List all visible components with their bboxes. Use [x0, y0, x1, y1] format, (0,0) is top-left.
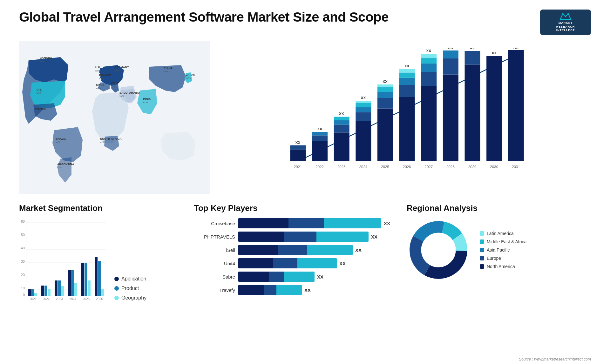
player-name: Travefy [194, 287, 235, 293]
bottom-grid: Market Segmentation 60 50 40 30 20 10 0 [19, 200, 591, 301]
svg-text:2023: 2023 [56, 297, 63, 301]
players-section: Top Key Players Cruisebase XX [194, 203, 397, 301]
reg-label-mea: Middle East & Africa [487, 239, 526, 244]
svg-text:xx%: xx% [114, 69, 119, 72]
page-container: Global Travel Arrangement Software Marke… [0, 0, 610, 364]
segmentation-chart-svg: 60 50 40 30 20 10 0 [19, 218, 108, 301]
player-bar-container: XX [238, 258, 397, 268]
svg-rect-56 [377, 109, 393, 161]
svg-text:XX: XX [295, 141, 301, 145]
svg-text:30: 30 [21, 260, 25, 263]
svg-rect-111 [41, 286, 44, 296]
svg-rect-82 [465, 64, 480, 161]
svg-marker-0 [560, 13, 571, 19]
svg-rect-51 [356, 107, 371, 112]
legend-item-product: Product [114, 286, 146, 291]
player-bar-seg2 [269, 272, 284, 282]
svg-text:xx%: xx% [143, 101, 148, 104]
player-bar-seg3 [316, 232, 369, 242]
svg-rect-73 [421, 58, 437, 64]
growth-chart-inner: XX 2021 XX 2022 XX 2023 [222, 48, 585, 178]
player-bar-seg2 [278, 245, 307, 255]
player-bar-seg3 [297, 258, 337, 268]
regional-legend: Latin America Middle East & Africa Asia … [480, 231, 526, 269]
svg-text:2029: 2029 [468, 165, 477, 169]
player-bar-seg1 [238, 232, 284, 242]
player-bar [238, 232, 369, 242]
regional-section: Regional Analysis [407, 203, 610, 301]
svg-text:10: 10 [21, 286, 25, 290]
player-bar-seg2 [264, 285, 276, 295]
svg-rect-86 [486, 56, 502, 161]
page-title: Global Travel Arrangement Software Marke… [19, 10, 389, 25]
world-map-svg: CANADA xx% U.S. xx% MEXICO xx% BRAZIL xx… [19, 41, 210, 194]
reg-dot-north-america [480, 264, 484, 269]
svg-text:2027: 2027 [424, 165, 433, 169]
svg-point-136 [423, 234, 454, 266]
legend-item-application: Application [114, 276, 146, 282]
players-list: Cruisebase XX PHPTRAVELS [194, 218, 397, 295]
svg-rect-70 [421, 86, 437, 161]
player-bar-seg3 [276, 285, 302, 295]
svg-text:SOUTH AFRICA: SOUTH AFRICA [100, 137, 122, 140]
table-row: Cruisebase XX [194, 218, 397, 228]
logo-box: MARKET RESEARCH INTELLECT [540, 10, 591, 35]
svg-rect-74 [421, 54, 437, 58]
donut-area: Latin America Middle East & Africa Asia … [407, 218, 610, 282]
reg-dot-mea [480, 239, 484, 244]
player-name: PHPTRAVELS [194, 234, 235, 239]
logo-text: MARKET RESEARCH INTELLECT [556, 21, 575, 32]
svg-text:XX: XX [491, 51, 497, 55]
svg-rect-46 [334, 117, 349, 120]
svg-rect-113 [48, 289, 51, 296]
svg-rect-58 [377, 92, 393, 98]
player-name: iSell [194, 247, 235, 253]
svg-text:xx%: xx% [40, 60, 44, 63]
player-value: XX [384, 221, 390, 226]
player-name: Cruisebase [194, 221, 235, 226]
svg-rect-112 [44, 286, 47, 296]
svg-text:xx%: xx% [96, 87, 101, 90]
svg-text:2031: 2031 [512, 165, 520, 169]
legend-item-geography: Geography [114, 295, 146, 301]
logo-icon [559, 12, 572, 20]
svg-text:2022: 2022 [43, 297, 50, 301]
reg-dot-latin-america [480, 231, 484, 236]
player-bar-seg2 [284, 232, 317, 242]
source-text: Source : www.marketresearchintellect.com [519, 357, 591, 361]
svg-rect-121 [74, 283, 77, 296]
svg-rect-45 [334, 120, 349, 125]
table-row: PHPTRAVELS XX [194, 232, 397, 242]
svg-rect-71 [421, 72, 437, 86]
svg-rect-108 [31, 289, 34, 296]
svg-text:xx%: xx% [35, 111, 40, 113]
svg-text:BRAZIL: BRAZIL [56, 137, 66, 140]
svg-rect-64 [399, 85, 415, 97]
svg-text:ARGENTINA: ARGENTINA [57, 163, 74, 166]
segmentation-chart-area: 60 50 40 30 20 10 0 [19, 218, 184, 301]
legend-dot-geography [114, 296, 119, 300]
svg-rect-129 [101, 289, 104, 296]
svg-text:XX: XX [448, 48, 453, 50]
svg-text:2023: 2023 [337, 165, 346, 169]
list-item: North America [480, 264, 526, 269]
svg-text:CHINA: CHINA [164, 67, 173, 70]
donut-chart-svg [407, 218, 470, 282]
svg-rect-89 [508, 50, 524, 161]
reg-label-north-america: North America [487, 264, 515, 269]
svg-text:XX: XX [339, 112, 344, 116]
list-item: Europe [480, 256, 526, 261]
svg-text:xx%: xx% [119, 95, 124, 98]
logo-area: MARKET RESEARCH INTELLECT [540, 10, 591, 35]
legend-label-product: Product [121, 286, 139, 291]
content-grid: CANADA xx% U.S. xx% MEXICO xx% BRAZIL xx… [19, 41, 591, 301]
svg-text:XX: XX [470, 48, 475, 50]
player-bar [238, 272, 315, 282]
svg-rect-67 [399, 69, 415, 73]
svg-text:2030: 2030 [490, 165, 498, 169]
player-bar-container: XX [238, 232, 397, 242]
svg-rect-83 [465, 51, 480, 65]
svg-rect-116 [58, 280, 61, 296]
svg-text:XX: XX [317, 127, 322, 131]
reg-label-europe: Europe [487, 256, 501, 261]
